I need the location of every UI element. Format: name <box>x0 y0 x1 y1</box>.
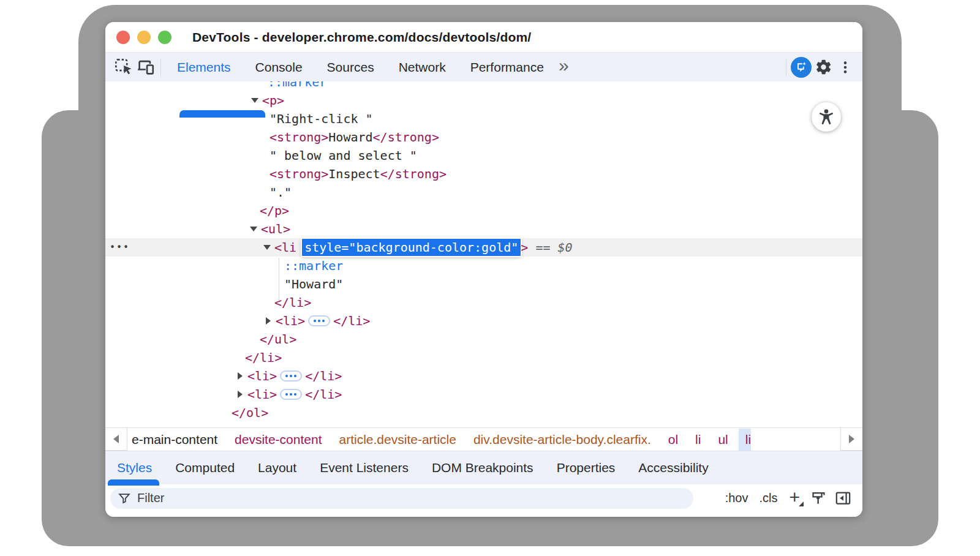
dom-tag: > <box>521 240 528 255</box>
breadcrumb-item-ol[interactable]: ol <box>668 432 678 447</box>
attribute-edit-box[interactable]: style="background-color:gold" <box>302 239 521 256</box>
dom-tag: </ul> <box>260 332 296 347</box>
zoom-button[interactable] <box>158 31 172 44</box>
sidebar-tab-event-listeners[interactable]: Event Listeners <box>308 451 420 484</box>
dom-tag: <ul> <box>261 222 290 236</box>
dom-tree-row[interactable]: <li></li> <box>105 367 862 385</box>
expand-arrow-icon[interactable] <box>263 245 271 250</box>
toggle-device-toolbar-button[interactable] <box>135 56 157 78</box>
dom-text-node: "Howard" <box>284 277 343 291</box>
gear-icon <box>815 58 832 76</box>
collapse-arrow-icon[interactable] <box>266 317 271 325</box>
breadcrumb-item-devsite-content[interactable]: devsite-content <box>235 432 322 447</box>
sidebar-tab-properties[interactable]: Properties <box>545 451 627 484</box>
dom-tree-row[interactable]: " below and select " <box>105 146 862 165</box>
inspect-element-button[interactable] <box>113 56 135 78</box>
row-options-dots-icon[interactable]: ••• <box>110 238 130 257</box>
dom-tree-row[interactable]: <strong>Howard</strong> <box>105 128 862 146</box>
minimize-button[interactable] <box>137 31 151 44</box>
collapsed-content-icon[interactable] <box>280 370 302 381</box>
dom-text-node: Howard <box>328 130 372 145</box>
toggle-element-state-button[interactable]: :hov <box>721 489 753 508</box>
devtools-window: DevTools - developer.chrome.com/docs/dev… <box>105 22 862 517</box>
sidebar-tab-bar: StylesComputedLayoutEvent ListenersDOM B… <box>105 451 862 484</box>
collapsed-content-icon[interactable] <box>280 389 302 400</box>
dom-tree-row[interactable]: </li> <box>105 348 862 367</box>
filter-input-wrap <box>110 488 693 509</box>
dom-tree-row[interactable]: ::marker <box>105 81 862 91</box>
breadcrumb-item-li[interactable]: li <box>739 429 751 451</box>
tab-sources[interactable]: Sources <box>315 53 386 81</box>
breadcrumb-bar: e-main-contentdevsite-contentarticle.dev… <box>105 427 862 451</box>
rendering-emulations-button[interactable] <box>807 487 829 509</box>
ai-assistant-icon <box>791 57 812 78</box>
dom-tree-row[interactable]: "Howard" <box>105 275 862 293</box>
dom-tree-row-selected[interactable]: •••<listyle="background-color:gold"> == … <box>105 238 862 257</box>
dom-tag: </li> <box>305 369 342 383</box>
expand-arrow-icon[interactable] <box>250 227 257 231</box>
dom-tag: <strong> <box>270 130 328 145</box>
dom-tree-row[interactable]: </ol> <box>105 404 862 422</box>
settings-button[interactable] <box>812 56 834 78</box>
breadcrumb-scroll-right-button[interactable] <box>840 428 862 451</box>
dom-tree-row[interactable]: ::marker <box>105 257 862 275</box>
elements-panel: ::marker<p>"Right-click "<strong>Howard<… <box>105 81 862 427</box>
ai-assistant-button[interactable] <box>790 56 812 78</box>
dom-tree-row[interactable]: </p> <box>105 201 862 220</box>
breadcrumb-item-div-devsite-article-body-clearfix-[interactable]: div.devsite-article-body.clearfix. <box>473 432 651 447</box>
dom-tag: </li> <box>245 350 282 365</box>
dom-tree-row[interactable]: <li></li> <box>105 385 862 404</box>
toolbar-divider <box>160 59 161 76</box>
dom-text-node: "Right-click " <box>270 111 373 126</box>
expand-arrow-icon[interactable] <box>251 98 258 103</box>
tab-network[interactable]: Network <box>386 53 458 81</box>
dom-tree-row[interactable]: <strong>Inspect</strong> <box>105 165 862 183</box>
toolbar-divider-right <box>786 59 786 76</box>
dom-tree: ::marker<p>"Right-click "<strong>Howard<… <box>105 81 862 422</box>
dom-text-node: "." <box>270 185 292 200</box>
breadcrumb-item-article-devsite-article[interactable]: article.devsite-article <box>339 432 456 447</box>
dom-tree-row[interactable]: <li></li> <box>105 312 862 330</box>
tab-console[interactable]: Console <box>243 53 315 81</box>
active-sidebar-tab-indicator <box>108 479 159 486</box>
filter-input[interactable] <box>137 491 686 505</box>
close-button[interactable] <box>116 31 130 44</box>
accessibility-widget-button[interactable] <box>812 102 841 132</box>
tab-performance[interactable]: Performance <box>458 53 556 81</box>
main-menu-button[interactable] <box>834 56 856 78</box>
breadcrumb-scroll-left-button[interactable] <box>105 428 127 451</box>
chevron-left-icon <box>113 435 119 443</box>
dom-tag: </li> <box>305 387 342 402</box>
collapse-arrow-icon[interactable] <box>238 372 243 380</box>
element-classes-button[interactable]: .cls <box>755 489 782 508</box>
breadcrumb-item-ul[interactable]: ul <box>718 432 728 447</box>
dom-tree-row[interactable]: "." <box>105 183 862 201</box>
dom-tree-row[interactable]: </ul> <box>105 330 862 348</box>
collapsed-content-icon[interactable] <box>308 315 330 326</box>
dom-tree-row[interactable]: <p> <box>105 91 862 110</box>
breadcrumb: e-main-contentdevsite-contentarticle.dev… <box>127 428 751 451</box>
page-background: DevTools - developer.chrome.com/docs/dev… <box>0 0 980 556</box>
toggle-sidebar-button[interactable] <box>832 487 854 509</box>
dollar-zero-ref: $0 <box>558 240 573 255</box>
sidebar-tab-computed[interactable]: Computed <box>164 451 246 484</box>
dom-text-node: " below and select " <box>270 148 417 163</box>
panel-toggle-icon <box>835 490 851 506</box>
devtools-toolbar: ElementsConsoleSourcesNetworkPerformance… <box>105 53 862 81</box>
sidebar-tab-layout[interactable]: Layout <box>246 451 308 484</box>
collapse-arrow-icon[interactable] <box>238 391 243 398</box>
sidebar-tab-accessibility[interactable]: Accessibility <box>627 451 720 484</box>
kebab-menu-icon <box>837 59 853 75</box>
tab-elements[interactable]: Elements <box>165 53 243 81</box>
new-style-rule-button[interactable]: + <box>784 488 805 509</box>
more-panels-button[interactable]: » <box>556 55 575 80</box>
breadcrumb-item-li[interactable]: li <box>695 432 701 447</box>
dom-tree-row[interactable]: </li> <box>105 293 862 312</box>
sidebar-tab-dom-breakpoints[interactable]: DOM Breakpoints <box>420 451 545 484</box>
dom-tree-row[interactable]: <ul> <box>105 220 862 238</box>
paint-brush-icon <box>810 490 827 506</box>
dom-tag: <li <box>274 240 296 255</box>
breadcrumb-item-e-main-content[interactable]: e-main-content <box>132 432 217 447</box>
indent-guide-line <box>279 258 279 301</box>
dom-tag: </p> <box>260 203 289 218</box>
